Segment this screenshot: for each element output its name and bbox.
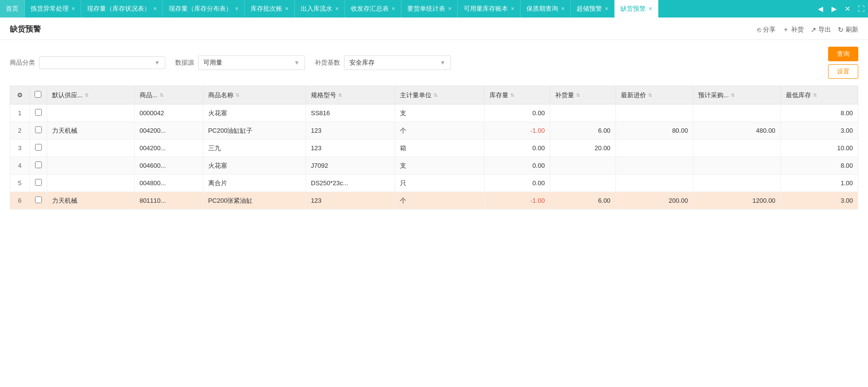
- close-tab-expiry[interactable]: ×: [561, 5, 564, 12]
- tab-home[interactable]: 首页: [0, 0, 25, 18]
- row-replenish: 6.00: [550, 192, 615, 210]
- close-tab-inout-flow[interactable]: ×: [335, 5, 339, 12]
- row-stock: 0.00: [484, 157, 550, 175]
- row-min-stock: 3.00: [780, 192, 858, 210]
- replenish-button[interactable]: ＋ 补货: [782, 25, 804, 34]
- tab-inout-flow[interactable]: 出入库流水 ×: [295, 0, 345, 18]
- row-est-purchase: [693, 105, 780, 122]
- tab-prev-btn[interactable]: ◀: [814, 0, 827, 18]
- tab-receive-summary[interactable]: 收发存汇总表 ×: [345, 0, 401, 18]
- replenish-icon: ＋: [782, 25, 789, 34]
- tab-abnormal[interactable]: 拣货异常处理 ×: [25, 0, 81, 18]
- close-tab-order-stats[interactable]: ×: [448, 5, 452, 12]
- row-checkbox[interactable]: [35, 144, 42, 151]
- col-latest-price[interactable]: 最新进价 ⇅: [615, 86, 693, 105]
- row-replenish: [550, 105, 615, 122]
- close-tab-shortage[interactable]: ×: [649, 5, 652, 12]
- col-settings: ⚙: [10, 86, 30, 105]
- select-all-checkbox[interactable]: [35, 91, 41, 98]
- row-min-stock: 3.00: [780, 122, 858, 140]
- tab-next-btn[interactable]: ▶: [827, 0, 841, 18]
- tab-stock-status[interactable]: 现存量（库存状况表） ×: [81, 0, 163, 18]
- row-unit: 支: [395, 105, 484, 122]
- filter-category-group: 商品分类 ▼: [10, 56, 165, 69]
- row-product-name: 离合片: [203, 175, 306, 192]
- spec-sort-icon: ⇅: [338, 92, 342, 98]
- tab-bar: 首页 拣货异常处理 × 现存量（库存状况表） × 现存量（库存分布表） × 库存…: [0, 0, 868, 18]
- col-product-name[interactable]: 商品名称 ⇅: [203, 86, 306, 105]
- query-button[interactable]: 查询: [828, 47, 858, 61]
- row-supplier: 力天机械: [47, 192, 135, 210]
- table-body: 1 0000042 火花塞 SS816 支 0.00 8.00 2 力天机械 0…: [10, 105, 858, 210]
- share-button[interactable]: ⎋ 分享: [757, 25, 776, 34]
- row-product-name: PC200张紧油缸: [203, 192, 306, 210]
- row-min-stock: 10.00: [780, 140, 858, 157]
- row-supplier: [47, 105, 135, 122]
- close-tab-overstock[interactable]: ×: [605, 5, 608, 12]
- col-supplier[interactable]: 默认供应... ⇅: [47, 86, 135, 105]
- close-tab-receive-summary[interactable]: ×: [392, 5, 395, 12]
- refresh-button[interactable]: ↻ 刷新: [838, 25, 858, 34]
- row-est-purchase: [693, 140, 780, 157]
- datasource-select[interactable]: 可用量 ▼: [198, 55, 305, 70]
- row-latest-price: [615, 175, 693, 192]
- row-product-code: 0000042: [134, 105, 203, 122]
- row-stock: 0.00: [484, 105, 550, 122]
- close-tab-stock-dist[interactable]: ×: [235, 5, 238, 12]
- row-checkbox-cell[interactable]: [30, 157, 47, 175]
- settings-gear-icon[interactable]: ⚙: [17, 91, 23, 99]
- row-latest-price: [615, 157, 693, 175]
- category-select[interactable]: ▼: [39, 56, 165, 69]
- settings-button[interactable]: 设置: [828, 64, 858, 79]
- refresh-icon: ↻: [838, 26, 844, 34]
- row-checkbox-cell[interactable]: [30, 122, 47, 140]
- tab-stock-dist[interactable]: 现存量（库存分布表） ×: [163, 0, 245, 18]
- row-stock: 0.00: [484, 175, 550, 192]
- est-purchase-sort-icon: ⇅: [731, 92, 735, 98]
- col-spec[interactable]: 规格型号 ⇅: [306, 86, 395, 105]
- row-product-code: 801110...: [134, 192, 203, 210]
- unit-sort-icon: ⇅: [434, 92, 437, 98]
- row-checkbox[interactable]: [35, 161, 42, 168]
- row-checkbox-cell[interactable]: [30, 105, 47, 122]
- row-replenish: [550, 157, 615, 175]
- tab-avail-ledger[interactable]: 可用量库存账本 ×: [458, 0, 521, 18]
- tab-order-stats[interactable]: 要货单统计表 ×: [401, 0, 458, 18]
- row-spec: 123: [306, 140, 395, 157]
- tab-overstock[interactable]: 超储预警 ×: [571, 0, 615, 18]
- row-min-stock: 1.00: [780, 175, 858, 192]
- col-est-purchase[interactable]: 预计采购... ⇅: [693, 86, 780, 105]
- row-checkbox-cell[interactable]: [30, 140, 47, 157]
- close-tab-abnormal[interactable]: ×: [72, 5, 75, 12]
- row-product-code: 004600...: [134, 157, 203, 175]
- row-checkbox-cell[interactable]: [30, 175, 47, 192]
- row-spec: SS816: [306, 105, 395, 122]
- col-unit[interactable]: 主计量单位 ⇅: [395, 86, 484, 105]
- export-button[interactable]: ↗ 导出: [811, 25, 831, 34]
- tab-expiry[interactable]: 保质期查询 ×: [521, 0, 571, 18]
- col-replenish[interactable]: 补货量 ⇅: [550, 86, 615, 105]
- table-row: 4 004600... 火花塞 J7092 支 0.00 8.00: [10, 157, 858, 175]
- tab-batch-account[interactable]: 库存批次账 ×: [245, 0, 295, 18]
- row-checkbox[interactable]: [35, 196, 42, 203]
- close-tab-batch-account[interactable]: ×: [285, 5, 289, 12]
- row-product-name: PC200油缸缸子: [203, 122, 306, 140]
- row-checkbox[interactable]: [35, 109, 42, 116]
- col-min-stock[interactable]: 最低库存 ⇅: [780, 86, 858, 105]
- tab-shortage[interactable]: 缺货预警 ×: [615, 0, 658, 18]
- row-num-cell: 4: [10, 157, 30, 175]
- row-stock: -1.00: [484, 122, 550, 140]
- table-header-row: ⚙ 默认供应... ⇅ 商品...: [10, 86, 858, 105]
- replenish-basis-select[interactable]: 安全库存 ▼: [344, 55, 451, 70]
- row-spec: 123: [306, 122, 395, 140]
- tab-close-all-btn[interactable]: ✕: [841, 0, 854, 18]
- col-stock[interactable]: 库存量 ⇅: [484, 86, 550, 105]
- row-checkbox-cell[interactable]: [30, 192, 47, 210]
- row-checkbox[interactable]: [35, 179, 42, 186]
- close-tab-stock-status[interactable]: ×: [153, 5, 157, 12]
- row-checkbox[interactable]: [35, 126, 42, 133]
- close-tab-avail-ledger[interactable]: ×: [511, 5, 514, 12]
- tab-fullscreen-btn[interactable]: ⛶: [854, 0, 868, 18]
- col-product-code[interactable]: 商品... ⇅: [134, 86, 203, 105]
- latest-price-sort-icon: ⇅: [648, 92, 652, 98]
